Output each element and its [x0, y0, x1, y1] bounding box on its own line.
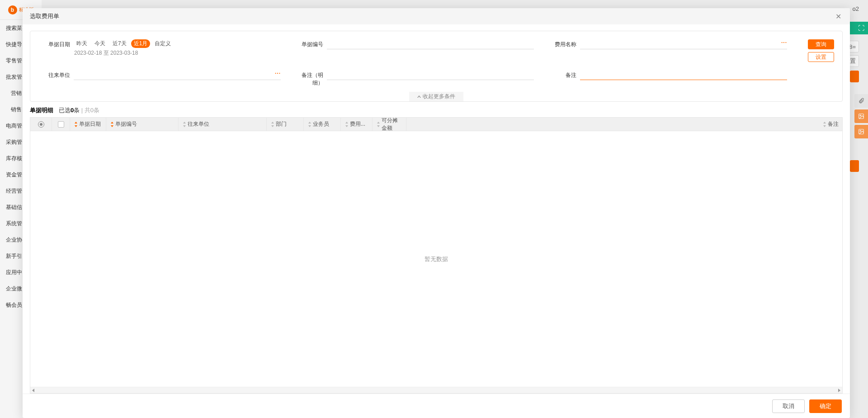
details-title: 单据明细 — [30, 106, 53, 114]
sort-icon — [74, 121, 78, 128]
cancel-button[interactable]: 取消 — [772, 399, 805, 413]
filter-party-label: 往来单位 — [38, 70, 74, 79]
query-button[interactable]: 查询 — [808, 39, 834, 49]
column-remark[interactable]: 备注 — [406, 118, 842, 131]
filter-fee-name-label: 费用名称 — [545, 39, 580, 48]
filter-remark-label: 备注 — [545, 70, 580, 79]
fee-name-input[interactable] — [580, 39, 787, 49]
filter-remark-detail-label: 备注（明细） — [292, 70, 327, 87]
filter-party: 往来单位 ··· — [38, 70, 281, 87]
filter-date: 单据日期 昨天 今天 近7天 近1月 自定义 2023-02-18 至 2023… — [38, 39, 281, 62]
filter-code: 单据编号 — [292, 39, 534, 62]
sort-icon — [822, 121, 827, 128]
modal-title: 选取费用单 — [30, 12, 59, 20]
date-quick-custom[interactable]: 自定义 — [152, 39, 174, 48]
details-header: 单据明细 已选0条 | 共0条 — [30, 102, 843, 117]
column-date[interactable]: 单据日期 — [70, 118, 106, 131]
chevron-up-icon — [417, 95, 421, 98]
remark-input[interactable] — [580, 70, 787, 80]
date-quick-picker: 昨天 今天 近7天 近1月 自定义 — [74, 39, 281, 48]
party-input[interactable] — [74, 70, 281, 80]
filter-date-label: 单据日期 — [38, 39, 74, 48]
collapse-label: 收起更多条件 — [423, 93, 455, 100]
date-range-display: 2023-02-18 至 2023-03-18 — [74, 49, 281, 57]
sort-icon — [344, 121, 349, 128]
ellipsis-icon[interactable]: ··· — [275, 70, 281, 76]
ellipsis-icon[interactable]: ··· — [781, 39, 787, 46]
horizontal-scrollbar[interactable] — [30, 387, 842, 393]
sort-icon — [376, 121, 381, 128]
filter-actions: 查询 设置 — [798, 39, 834, 62]
column-settings[interactable] — [30, 118, 52, 131]
settings-button[interactable]: 设置 — [808, 52, 834, 62]
date-quick-last7[interactable]: 近7天 — [110, 39, 129, 48]
column-code[interactable]: 单据编号 — [106, 118, 179, 131]
code-input[interactable] — [327, 39, 534, 49]
column-dept[interactable]: 部门 — [267, 118, 304, 131]
table-header-row: 单据日期 单据编号 往来单位 部门 业务员 — [30, 118, 842, 131]
table: 单据日期 单据编号 往来单位 部门 业务员 — [30, 117, 843, 394]
checkbox-icon — [58, 121, 64, 128]
sort-icon — [270, 121, 275, 128]
table-empty: 暂无数据 — [30, 131, 842, 387]
column-party[interactable]: 往来单位 — [179, 118, 267, 131]
column-alloc[interactable]: 可分摊金额 — [373, 118, 406, 131]
sort-icon — [182, 121, 187, 128]
confirm-button[interactable]: 确定 — [809, 399, 842, 413]
sort-icon — [110, 121, 114, 128]
collapse-button[interactable]: 收起更多条件 — [409, 92, 463, 101]
select-expense-modal: 选取费用单 ✕ 单据日期 昨天 今天 近7天 近1月 自定义 — [23, 8, 850, 418]
sort-icon — [307, 121, 312, 128]
column-biz[interactable]: 业务员 — [304, 118, 341, 131]
close-icon[interactable]: ✕ — [834, 12, 843, 21]
remark-detail-input[interactable] — [327, 70, 534, 80]
modal-footer: 取消 确定 — [23, 394, 850, 418]
collapse-bar: 收起更多条件 — [30, 91, 842, 101]
gear-icon — [38, 121, 44, 128]
date-quick-today[interactable]: 今天 — [92, 39, 108, 48]
modal-body: 单据日期 昨天 今天 近7天 近1月 自定义 2023-02-18 至 2023… — [23, 24, 850, 394]
date-quick-last1m[interactable]: 近1月 — [131, 39, 151, 48]
filter-fee-name: 费用名称 ··· — [545, 39, 787, 62]
date-quick-yesterday[interactable]: 昨天 — [74, 39, 90, 48]
filter-remark-detail: 备注（明细） — [292, 70, 534, 87]
filter-panel: 单据日期 昨天 今天 近7天 近1月 自定义 2023-02-18 至 2023… — [30, 31, 843, 102]
filter-code-label: 单据编号 — [292, 39, 327, 48]
column-select-all[interactable] — [52, 118, 70, 131]
empty-text: 暂无数据 — [425, 255, 448, 263]
selected-count-block: 已选0条 | 共0条 — [59, 106, 99, 114]
filter-remark: 备注 — [545, 70, 787, 87]
modal-header: 选取费用单 ✕ — [23, 8, 850, 24]
column-fee[interactable]: 费用... — [341, 118, 373, 131]
